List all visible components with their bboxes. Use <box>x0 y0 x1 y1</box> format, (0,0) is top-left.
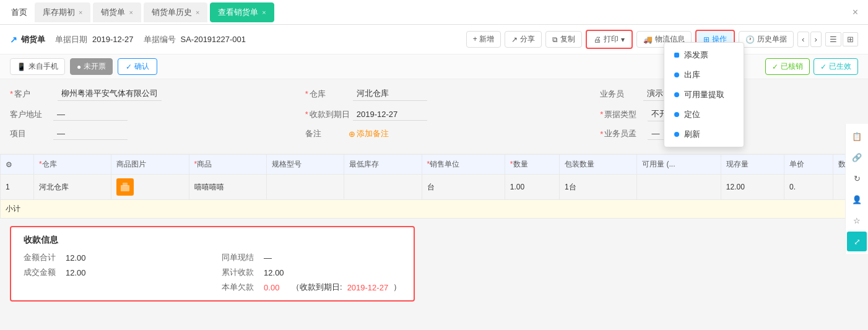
dropdown-locate[interactable]: 定位 <box>664 105 744 124</box>
row-min-stock-cell <box>344 175 422 200</box>
close-tab-check[interactable]: × <box>262 9 266 16</box>
col-unit: *销售单位 <box>422 155 505 175</box>
this-order-row: 本单欠款 0.00 （收款到期日: 2019-12-27 ） <box>222 282 401 293</box>
confirm-icon: ✓ <box>126 63 132 71</box>
print-dropdown-arrow: ▾ <box>621 35 625 44</box>
list-view-button[interactable]: ☰ <box>825 32 841 46</box>
active-status-button[interactable]: ✓ 已生效 <box>814 58 858 75</box>
add-icon: ⊕ <box>349 129 355 139</box>
payment-date-field: * 收款到期日 2019-12-27 <box>305 108 563 121</box>
payment-title: 收款信息 <box>24 235 401 246</box>
close-tab-inventory[interactable]: × <box>79 9 82 16</box>
project-field: 项目 — <box>10 128 268 140</box>
right-star-button[interactable]: ☆ <box>847 211 867 230</box>
add-invoice-icon <box>674 53 679 58</box>
right-user-button[interactable]: 👤 <box>847 189 867 209</box>
logistics-icon: 🚚 <box>643 35 653 44</box>
dropdown-available-pick[interactable]: 可用量提取 <box>664 85 744 105</box>
row-quantity-cell: 1.00 <box>505 175 559 200</box>
tab-inventory-init[interactable]: 库存期初 × <box>35 2 90 22</box>
operations-dropdown-menu: 添发票 出库 可用量提取 定位 刷新 <box>664 42 744 147</box>
col-spec: 规格型号 <box>266 155 344 175</box>
row-spec-cell <box>266 175 344 200</box>
right-expand-button[interactable]: ⤢ <box>847 232 867 251</box>
right-expand-icon: ⤢ <box>854 237 861 246</box>
refresh-icon <box>674 132 679 137</box>
doc-date-meta: 单据日期 2019-12-27 <box>55 34 134 45</box>
row-unit-cell: 台 <box>422 175 505 200</box>
col-current-stock: 现存量 <box>721 155 784 175</box>
tab-sales-history[interactable]: 销货单历史 × <box>144 2 207 22</box>
address-field: 客户地址 — <box>10 108 268 121</box>
dropdown-refresh[interactable]: 刷新 <box>664 124 744 144</box>
dropdown-outbound[interactable]: 出库 <box>664 65 744 85</box>
row-pack-qty-cell: 1台 <box>559 175 636 200</box>
share-icon: ↗ <box>511 35 518 44</box>
grid-view-button[interactable]: ⊞ <box>843 32 858 46</box>
subtotal-row: 小计 <box>1 200 868 219</box>
col-quantity: *数量 <box>505 155 559 175</box>
view-toggle: ☰ ⊞ <box>825 32 858 46</box>
svg-rect-0 <box>121 185 129 191</box>
new-button[interactable]: + 新增 <box>466 31 501 48</box>
right-user-icon: 👤 <box>852 195 862 204</box>
col-unit-price: 单价 <box>784 155 833 175</box>
payment-grid: 金额合计 12.00 同单现结 — 成交金额 12.00 累计收款 12.00 … <box>24 252 401 293</box>
print-highlight: 🖨 打印 ▾ <box>586 30 633 49</box>
check-icon: ✓ <box>772 63 778 71</box>
prev-button[interactable]: ‹ <box>797 32 809 47</box>
doc-type-title: ↗ 销货单 <box>10 34 45 45</box>
from-phone-button[interactable]: 📱 来自手机 <box>10 58 65 75</box>
not-open-button[interactable]: ● 未开票 <box>70 58 113 75</box>
doc-number-meta: 单据编号 SA-20191227-001 <box>144 34 246 45</box>
row-num-cell: 1 <box>1 175 34 200</box>
copy-icon: ⧉ <box>552 35 558 44</box>
tab-check-sales[interactable]: 查看销货单 × <box>210 2 274 22</box>
transaction-row: 成交金额 12.00 <box>24 267 203 278</box>
right-refresh-icon: ↻ <box>854 174 861 183</box>
bottom-info: 收款信息 金额合计 12.00 同单现结 — 成交金额 12.00 累计收款 1… <box>0 219 868 309</box>
warehouse-field: * 仓库 河北仓库 <box>305 87 563 101</box>
row-unit-price-cell: 0. <box>784 175 833 200</box>
dropdown-add-invoice[interactable]: 添发票 <box>664 45 744 65</box>
col-settings: ⚙ <box>1 155 34 175</box>
pick-icon <box>674 92 679 97</box>
svg-rect-1 <box>123 183 128 186</box>
history-button[interactable]: 🕐 历史单据 <box>739 31 794 48</box>
payment-box: 收款信息 金额合计 12.00 同单现结 — 成交金额 12.00 累计收款 1… <box>10 226 415 302</box>
share-button[interactable]: ↗ 分享 <box>505 31 542 48</box>
add-note-button[interactable]: ⊕ 添加备注 <box>349 128 389 139</box>
doc-type-icon: ↗ <box>10 35 17 45</box>
col-min-stock: 最低库存 <box>344 155 422 175</box>
copy-button[interactable]: ⧉ 复制 <box>545 31 582 48</box>
print-button[interactable]: 🖨 打印 ▾ <box>588 32 631 47</box>
customer-field: * 客户 柳州粤港平安气体有限公司 <box>10 87 268 101</box>
right-link-button[interactable]: 🔗 <box>847 147 867 167</box>
window-close-button[interactable]: × <box>848 7 863 18</box>
row-warehouse-cell: 河北仓库 <box>33 175 111 200</box>
right-edit-button[interactable]: 📋 <box>847 126 867 146</box>
cumulative-row: 累计收款 12.00 <box>222 267 401 278</box>
nav-arrows: ‹ › <box>797 32 822 47</box>
cancelled-status-button[interactable]: ✓ 已核销 <box>765 58 810 75</box>
product-image <box>116 178 134 196</box>
toolbar: + 新增 ↗ 分享 ⧉ 复制 🖨 打印 ▾ 🚚 物流信息 ⊞ 操作 <box>466 30 858 49</box>
phone-icon: 📱 <box>17 63 26 71</box>
row-current-stock-cell: 12.00 <box>721 175 784 200</box>
tab-home[interactable]: 首页 <box>5 3 33 22</box>
close-tab-sales[interactable]: × <box>129 9 132 16</box>
right-link-icon: 🔗 <box>852 153 862 162</box>
right-icons-panel: 📋 🔗 ↻ 👤 ☆ ⤢ <box>845 124 868 254</box>
next-button[interactable]: › <box>810 32 822 47</box>
col-warehouse: *仓库 <box>33 155 111 175</box>
right-refresh-button[interactable]: ↻ <box>847 168 867 188</box>
confirm-button[interactable]: ✓ 确认 <box>118 58 157 75</box>
tab-sales-order[interactable]: 销货单 × <box>93 2 141 22</box>
settings-icon[interactable]: ⚙ <box>6 160 12 169</box>
close-tab-history[interactable]: × <box>196 9 199 16</box>
ticket-icon: ● <box>77 63 81 71</box>
locate-icon <box>674 112 679 117</box>
tab-bar: 首页 库存期初 × 销货单 × 销货单历史 × 查看销货单 × × <box>0 0 868 25</box>
col-image: 商品图片 <box>111 155 189 175</box>
col-product: *商品 <box>189 155 266 175</box>
